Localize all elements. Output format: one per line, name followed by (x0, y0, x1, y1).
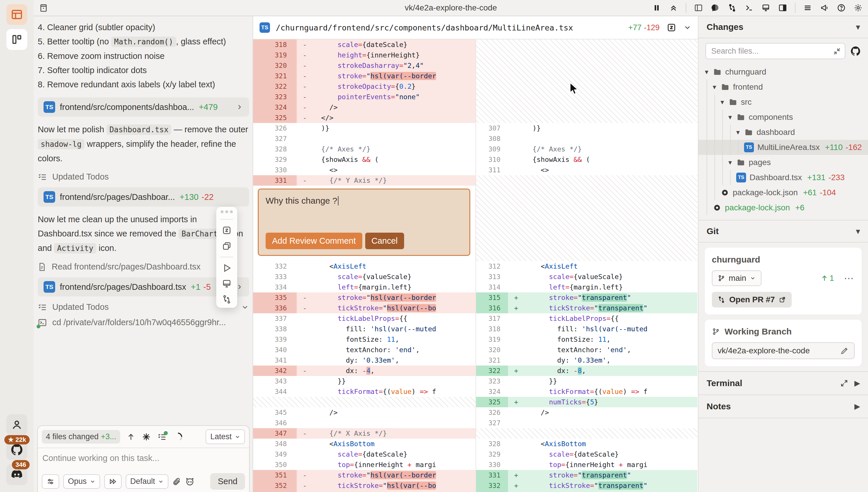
diff-left-cell[interactable]: 347- {/* X Axis */} (253, 428, 475, 439)
pause-icon[interactable] (652, 3, 661, 13)
diff-right-cell[interactable] (475, 71, 697, 81)
diff-right-cell[interactable]: 307 )} (475, 123, 697, 133)
diff-left-cell[interactable]: 343 }} (253, 376, 475, 387)
diff-right-cell[interactable]: 319 fontSize: 11, (475, 334, 697, 345)
git-section-header[interactable]: Git ▾ (699, 220, 868, 242)
diff-row[interactable]: 322- strokeOpacity={0.2} (253, 81, 698, 92)
megaphone-icon[interactable] (820, 3, 829, 13)
diff-right-cell[interactable] (475, 81, 697, 92)
model-dropdown[interactable]: Opus (63, 474, 100, 489)
diff-left-cell[interactable]: 321- stroke="hsl(var(--border (253, 71, 475, 81)
diff-left-cell[interactable]: 345 /> (253, 407, 475, 418)
tree-file-package-lock.json[interactable]: package-lock.json+6 (699, 200, 868, 215)
account-button[interactable] (6, 414, 27, 435)
diff-row[interactable]: 325- </> (253, 113, 698, 123)
diff-right-cell[interactable]: 321 dy: '0.33em', (475, 355, 697, 366)
fast-forward-button[interactable] (104, 474, 122, 489)
version-dropdown[interactable]: Latest (206, 429, 245, 444)
diff-right-cell[interactable] (475, 175, 697, 186)
diff-row[interactable]: 332 <AxisLeft312 <AxisLeft (253, 261, 698, 272)
diff-row[interactable]: 318- scale={dateScale} (253, 40, 698, 50)
diff-row[interactable]: 327308 (253, 133, 698, 144)
diff-left-cell[interactable]: 332 <AxisLeft (253, 261, 475, 272)
monitor-icon[interactable] (761, 3, 771, 13)
diff-row[interactable]: 328 {/* Axes */}309 {/* Axes */} (253, 144, 698, 154)
diff-right-cell[interactable]: 330 top={innerHeight + margi (475, 460, 697, 470)
diff-row[interactable]: Why this change ?Add Review CommentCance… (253, 186, 698, 261)
diff-left-cell[interactable] (253, 397, 475, 407)
collapse-tree-icon[interactable] (832, 47, 841, 56)
diff-left-cell[interactable]: 342- dx: -4, (253, 366, 475, 376)
mode-dropdown[interactable]: Default (126, 474, 169, 489)
diff-right-cell[interactable]: 322+ dx: -8, (475, 366, 697, 376)
notes-section-header[interactable]: Notes ▶ (699, 395, 868, 418)
copy-icon[interactable] (222, 241, 232, 251)
diff-row[interactable]: 320- strokeDasharray="2,4" (253, 60, 698, 71)
diff-row[interactable]: 323- pointerEvents="none" (253, 92, 698, 102)
cancel-button[interactable]: Cancel (365, 233, 404, 249)
cat-icon[interactable] (185, 477, 194, 486)
diff-row[interactable]: 339 fontSize: 11,319 fontSize: 11, (253, 334, 698, 345)
diff-row[interactable]: 331- {/* Y Axis */} (253, 175, 698, 186)
diff-row[interactable]: 337 tickLabelProps={{317 tickLabelProps=… (253, 313, 698, 324)
diff-right-cell[interactable]: 314 left={margin.left} (475, 282, 697, 292)
panel-right-icon[interactable] (778, 3, 787, 13)
git-more-menu[interactable]: ⋯ (844, 272, 855, 284)
tree-folder-src[interactable]: ▾src (699, 95, 868, 110)
chevron-down-icon[interactable] (683, 24, 691, 32)
monitor-icon[interactable] (222, 279, 232, 289)
help-icon[interactable] (837, 3, 846, 13)
chat-bubble-icon[interactable] (711, 3, 720, 13)
spark-icon[interactable] (142, 432, 151, 442)
chevron-down-icon[interactable] (241, 303, 249, 311)
diff-right-cell[interactable]: 320 textAnchor: 'end', (475, 345, 697, 355)
branch-dropdown[interactable]: main (712, 270, 761, 286)
diff-left-cell[interactable]: 324- /> (253, 102, 475, 113)
changes-section-header[interactable]: Changes ▾ (699, 16, 868, 38)
diff-right-cell[interactable]: 326 /> (475, 407, 697, 418)
diff-row[interactable]: 321- stroke="hsl(var(--border (253, 71, 698, 81)
send-button[interactable]: Send (210, 473, 245, 490)
diff-right-cell[interactable] (475, 102, 697, 113)
diff-row[interactable]: 351- stroke="hsl(var(--border331+ stroke… (253, 470, 698, 481)
diff-right-cell[interactable] (475, 186, 697, 261)
diff-row[interactable]: 334 left={margin.left}314 left={margin.l… (253, 282, 698, 292)
diff-right-cell[interactable]: 329 scale={dateScale} (475, 449, 697, 460)
updated-todos-row[interactable]: Updated Todos (38, 172, 249, 181)
terminal-icon[interactable] (744, 3, 754, 13)
diff-row[interactable]: 344 tickFormat={(value) => f324 tickForm… (253, 387, 698, 397)
diff-left-cell[interactable]: 320- strokeDasharray="2,4" (253, 60, 475, 71)
diff-left-cell[interactable]: 326 )} (253, 123, 475, 133)
settings-gear-icon[interactable] (853, 3, 863, 13)
diff-row[interactable]: 336- tickStroke="hsl(var(--bo316+ tickSt… (253, 303, 698, 313)
diff-left-cell[interactable]: 339 fontSize: 11, (253, 334, 475, 345)
board-view-button[interactable] (6, 29, 27, 50)
diff-row[interactable]: 325+ numTicks={5} (253, 397, 698, 407)
attach-icon[interactable] (172, 477, 181, 486)
edit-pencil-icon[interactable] (840, 346, 849, 355)
terminal-command-row[interactable]: cd /private/var/folders/10/h7w0q46556ggr… (38, 318, 249, 327)
menu-icon[interactable] (803, 3, 812, 13)
discord-button[interactable]: 346 (6, 464, 27, 485)
diff-row[interactable]: 330 <>311 <> (253, 165, 698, 175)
diff-left-cell[interactable]: 337 tickLabelProps={{ (253, 313, 475, 324)
add-review-comment-button[interactable]: Add Review Comment (266, 233, 362, 249)
diff-row[interactable]: 340 textAnchor: 'end',320 textAnchor: 'e… (253, 345, 698, 355)
diff-left-cell[interactable]: 334 left={margin.left} (253, 282, 475, 292)
diff-row[interactable]: 342- dx: -4,322+ dx: -8, (253, 366, 698, 376)
archive-icon[interactable] (39, 3, 48, 13)
diff-left-cell[interactable]: 346 (253, 418, 475, 428)
diff-left-cell[interactable]: 330 <> (253, 165, 475, 175)
diff-left-cell[interactable]: 336- tickStroke="hsl(var(--bo (253, 303, 475, 313)
diff-left-cell[interactable]: 341 dy: '0.33em', (253, 355, 475, 366)
drag-handle-icon[interactable] (220, 210, 233, 213)
tree-folder-pages[interactable]: ▾pages (699, 155, 868, 170)
diff-right-cell[interactable]: 332+ tickStroke="transparent" (475, 481, 697, 491)
diff-right-cell[interactable]: 310 {showAxis && ( (475, 154, 697, 165)
diff-right-cell[interactable] (475, 113, 697, 123)
tree-folder-dashboard[interactable]: ▾dashboard (699, 125, 868, 140)
diff-left-cell[interactable]: 340 textAnchor: 'end', (253, 345, 475, 355)
diff-left-cell[interactable]: 318- scale={dateScale} (253, 40, 475, 50)
diff-row[interactable]: 341 dy: '0.33em',321 dy: '0.33em', (253, 355, 698, 366)
diff-right-cell[interactable]: 311 <> (475, 165, 697, 175)
